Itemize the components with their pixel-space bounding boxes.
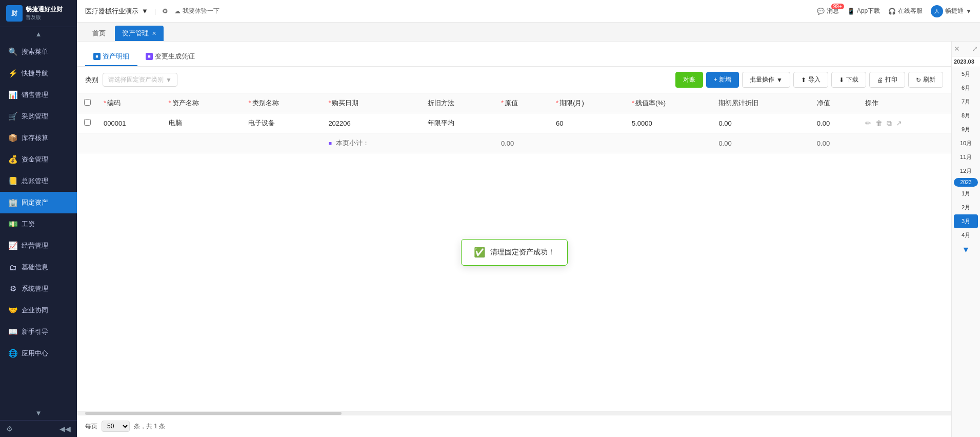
print-icon: 🖨 (877, 76, 883, 84)
subtotal-empty-6 (550, 133, 626, 153)
collapse-icon[interactable]: ◀◀ (59, 425, 71, 433)
calendar-down-btn[interactable]: ▼ (952, 242, 980, 257)
sidebar-item-app-center[interactable]: 🌐 应用中心 (0, 343, 77, 364)
th-name: *资产名称 (163, 93, 243, 113)
row-name: 电脑 (163, 113, 243, 133)
more-icon[interactable]: ↗ (896, 119, 902, 127)
toast-success-icon: ✅ (474, 247, 485, 258)
settings-icon[interactable]: ⚙ (6, 425, 13, 433)
calendar-month-12[interactable]: 12月 (952, 164, 980, 178)
sidebar-item-basic-info[interactable]: 🗂 基础信息 (0, 256, 77, 278)
subtotal-label: ■ 本页小计： (322, 133, 422, 153)
sidebar-item-enterprise[interactable]: 🤝 企业协同 (0, 300, 77, 321)
th-category: *类别名称 (242, 93, 322, 113)
sub-tab-voucher[interactable]: ■ 变更生成凭证 (137, 48, 203, 66)
sidebar-item-purchase[interactable]: 🛒 采购管理 (0, 106, 77, 127)
experience-btn[interactable]: ☁ 我要体验一下 (174, 7, 219, 15)
calendar-top-icons: ✕ ⤢ (952, 42, 980, 56)
sidebar-item-payroll[interactable]: 💵 工资 (0, 213, 77, 235)
chart-icon: 📊 (8, 90, 17, 100)
calendar-year-label: 2023.03 (954, 58, 974, 65)
calendar-month-6[interactable]: 6月 (952, 81, 980, 95)
th-period: *期限(月) (550, 93, 626, 113)
user-menu[interactable]: 人 畅捷通 ▼ (931, 5, 972, 17)
print-button[interactable]: 🖨 打印 (869, 72, 905, 88)
settings-btn[interactable]: ⚙ (162, 7, 168, 15)
calendar-month-1[interactable]: 1月 (952, 187, 980, 201)
subtotal-empty-5 (422, 133, 495, 153)
calendar-month-8[interactable]: 8月 (952, 109, 980, 123)
pagination: 每页 50 10 20 100 条，共 1 条 (77, 415, 951, 437)
voucher-icon: ■ (146, 53, 153, 60)
sidebar-item-guide[interactable]: 📖 新手引导 (0, 321, 77, 343)
cart-icon: 🛒 (8, 112, 17, 121)
sidebar-scroll-down[interactable]: ▼ (0, 406, 77, 420)
row-net-value: 0.00 (811, 113, 859, 133)
book-icon: 📒 (8, 176, 17, 186)
building-icon: 🏢 (8, 198, 17, 207)
tab-home[interactable]: 首页 (85, 26, 113, 41)
calendar-year-2023: 2023 (954, 178, 978, 187)
divider: | (154, 7, 156, 15)
message-btn[interactable]: 💬 消息 99+ (817, 7, 839, 15)
refresh-button[interactable]: ↻ 刷新 (908, 72, 943, 88)
calendar-month-10[interactable]: 10月 (952, 136, 980, 150)
sidebar-item-sales[interactable]: 📊 销售管理 (0, 84, 77, 106)
avatar: 人 (931, 5, 943, 17)
online-service-btn[interactable]: 🎧 在线客服 (888, 7, 923, 15)
sidebar-item-capital[interactable]: 💰 资金管理 (0, 149, 77, 170)
op-icons: ✏ 🗑 ⧉ ↗ (865, 119, 945, 128)
sidebar-item-fixed-assets[interactable]: 🏢 固定资产 (0, 192, 77, 213)
reconcile-button[interactable]: 对账 (675, 72, 703, 88)
search-icon: 🔍 (8, 47, 17, 56)
calendar-month-5[interactable]: 5月 (952, 67, 980, 81)
refresh-icon: ↻ (916, 76, 921, 84)
tab-close-icon[interactable]: ✕ (152, 30, 156, 37)
sidebar-item-quick-nav[interactable]: ⚡ 快捷导航 (0, 63, 77, 84)
sub-tabs: ■ 资产明细 ■ 变更生成凭证 (77, 42, 951, 67)
th-net-value: 净值 (811, 93, 859, 113)
select-all-checkbox[interactable] (84, 99, 91, 106)
row-checkbox[interactable] (84, 119, 91, 126)
delete-icon[interactable]: 🗑 (875, 119, 883, 127)
download-button[interactable]: ⬇ 下载 (831, 72, 866, 88)
import-button[interactable]: ⬆ 导入 (793, 72, 828, 88)
sidebar-item-search[interactable]: 🔍 搜索菜单 (0, 41, 77, 63)
calendar-month-11[interactable]: 11月 (952, 150, 980, 164)
sidebar-bottom: ⚙ ◀◀ (0, 420, 77, 437)
main: 医疗器械行业演示 ▼ | ⚙ ☁ 我要体验一下 💬 消息 99+ 📱 App下载… (77, 0, 980, 437)
sidebar-item-ledger[interactable]: 📒 总账管理 (0, 170, 77, 192)
guide-icon: 📖 (8, 327, 17, 336)
calendar-month-3-active[interactable]: 3月 (954, 214, 978, 228)
box-icon: 📦 (8, 133, 17, 143)
subtotal-period-dep: 0.00 (712, 133, 810, 153)
copy-icon[interactable]: ⧉ (887, 119, 892, 128)
batch-button[interactable]: 批量操作 ▼ (742, 72, 790, 88)
th-period-dep: 期初累计折旧 (712, 93, 810, 113)
sidebar-item-system[interactable]: ⚙ 系统管理 (0, 278, 77, 300)
calendar-month-7[interactable]: 7月 (952, 95, 980, 109)
calendar-expand-btn[interactable]: ⤢ (972, 45, 978, 53)
wage-icon: 💵 (8, 220, 17, 229)
per-page-select[interactable]: 50 10 20 100 (102, 421, 130, 432)
new-button[interactable]: + 新增 (706, 72, 739, 88)
toast: ✅ 清理固定资产成功！ (461, 239, 568, 266)
tab-asset-management[interactable]: 资产管理 ✕ (115, 26, 164, 41)
th-checkbox (77, 93, 97, 113)
sidebar-item-inventory[interactable]: 📦 库存核算 (0, 127, 77, 149)
app-download-btn[interactable]: 📱 App下载 (847, 7, 880, 15)
calendar-month-2[interactable]: 2月 (952, 201, 980, 214)
calendar-month-9[interactable]: 9月 (952, 123, 980, 136)
sidebar-item-operations[interactable]: 📈 经营管理 (0, 235, 77, 256)
edit-icon[interactable]: ✏ (865, 119, 871, 127)
tabs-bar: 首页 资产管理 ✕ (77, 23, 980, 42)
sub-tab-asset-detail[interactable]: ■ 资产明细 (85, 48, 137, 66)
sidebar-scroll-up[interactable]: ▲ (0, 27, 77, 41)
th-residual-rate: *残值率(%) (626, 93, 712, 113)
category-filter[interactable]: 请选择固定资产类别 ▼ (103, 73, 177, 87)
table-wrapper: *编码 *资产名称 *类别名称 *购买日期 折旧方法 *原值 *期限(月) *残… (77, 93, 951, 411)
calendar-collapse-btn[interactable]: ✕ (954, 45, 960, 53)
company-selector[interactable]: 医疗器械行业演示 ▼ (85, 7, 148, 16)
calendar-month-4[interactable]: 4月 (952, 228, 980, 242)
scroll-thumb[interactable] (85, 412, 342, 415)
